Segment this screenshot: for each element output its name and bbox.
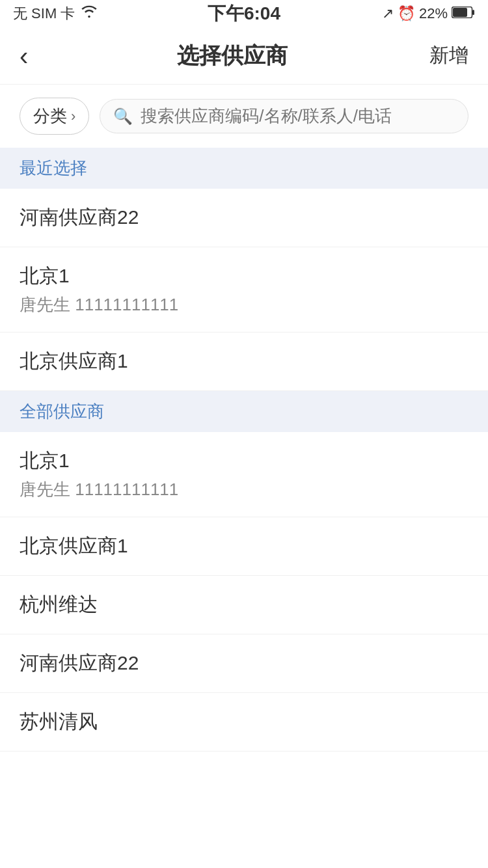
item-name: 杭州维达 [20,591,468,618]
status-right: ↗ ⏰ 22% [382,5,475,22]
nav-bar: ‹ 选择供应商 新增 [0,27,488,85]
filter-bar: 分类 › 🔍 [0,85,488,148]
list-item[interactable]: 苏州清风 [0,693,488,752]
search-icon: 🔍 [113,107,133,126]
recent-section-label: 最近选择 [20,158,87,178]
battery-label: 22% [419,5,448,22]
status-time: 下午6:04 [208,1,280,26]
sim-label: 无 SIM 卡 [13,4,75,23]
alarm-icon: ⏰ [398,5,415,22]
item-name: 北京1 [20,263,468,290]
chevron-icon: › [71,108,75,125]
page-title: 选择供应商 [177,41,288,71]
item-sub: 唐先生 11111111111 [20,293,468,316]
search-box[interactable]: 🔍 [100,99,468,133]
list-item[interactable]: 河南供应商22 [0,634,488,693]
all-section-header: 全部供应商 [0,391,488,432]
item-name: 北京供应商1 [20,348,468,375]
category-label: 分类 [33,105,67,128]
item-name: 河南供应商22 [20,650,468,677]
item-name: 北京1 [20,448,468,474]
status-left: 无 SIM 卡 [13,4,98,23]
list-item[interactable]: 北京供应商1 [0,332,488,391]
status-bar: 无 SIM 卡 下午6:04 ↗ ⏰ 22% [0,0,488,27]
list-item[interactable]: 北京1唐先生 11111111111 [0,247,488,332]
new-action-button[interactable]: 新增 [429,42,468,69]
item-name: 北京供应商1 [20,533,468,560]
list-item[interactable]: 河南供应商22 [0,189,488,247]
list-item[interactable]: 北京供应商1 [0,517,488,576]
recent-section-header: 最近选择 [0,148,488,189]
all-section-label: 全部供应商 [20,401,104,421]
list-item[interactable]: 北京1唐先生 11111111111 [0,432,488,517]
battery-icon [452,5,475,22]
back-button[interactable]: ‹ [13,36,34,75]
item-name: 苏州清风 [20,709,468,735]
svg-rect-1 [453,8,467,17]
category-button[interactable]: 分类 › [20,98,89,135]
location-icon: ↗ [382,5,394,22]
recent-list: 河南供应商22北京1唐先生 11111111111北京供应商1 [0,189,488,391]
all-list: 北京1唐先生 11111111111北京供应商1杭州维达河南供应商22苏州清风 [0,432,488,752]
item-name: 河南供应商22 [20,204,468,231]
item-sub: 唐先生 11111111111 [20,478,468,501]
search-input[interactable] [141,106,455,126]
svg-rect-2 [472,10,474,15]
list-item[interactable]: 杭州维达 [0,576,488,634]
wifi-icon [80,5,98,22]
